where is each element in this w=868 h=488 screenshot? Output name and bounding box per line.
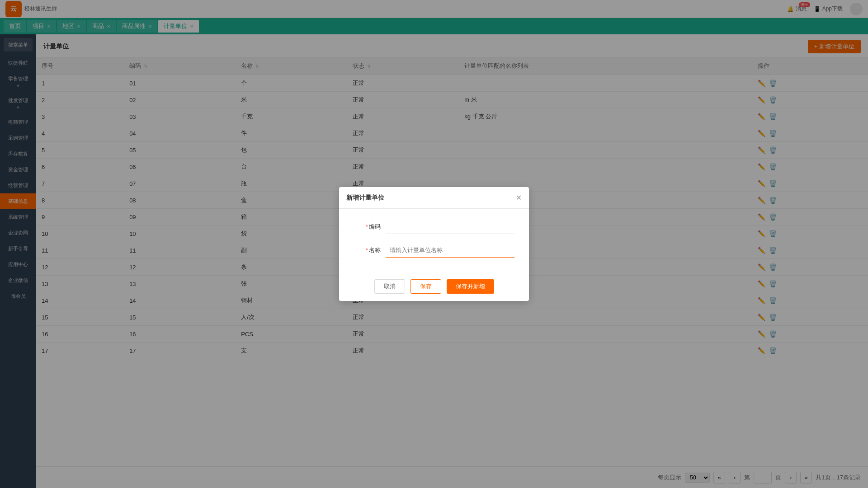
modal-close-button[interactable]: ✕ [516,193,522,202]
code-label: *编码 [354,223,381,231]
modal-header: 新增计量单位 ✕ [339,187,529,209]
name-label: *名称 [354,246,381,254]
name-input[interactable] [386,243,514,258]
modal-footer: 取消 保存 保存并新增 [339,274,529,301]
name-field-row: *名称 [354,243,514,258]
modal-body: *编码 18 *名称 [339,209,529,274]
save-and-new-button[interactable]: 保存并新增 [447,279,494,294]
cancel-button[interactable]: 取消 [374,279,405,294]
required-mark-2: * [366,247,368,253]
required-mark: * [366,223,368,230]
modal-overlay: 新增计量单位 ✕ *编码 18 *名称 取消 保存 保存并新增 [0,0,868,488]
add-unit-modal: 新增计量单位 ✕ *编码 18 *名称 取消 保存 保存并新增 [339,187,529,301]
code-input[interactable]: 18 [386,220,514,234]
code-field-row: *编码 18 [354,220,514,234]
modal-title: 新增计量单位 [346,194,384,202]
save-button[interactable]: 保存 [410,279,441,294]
